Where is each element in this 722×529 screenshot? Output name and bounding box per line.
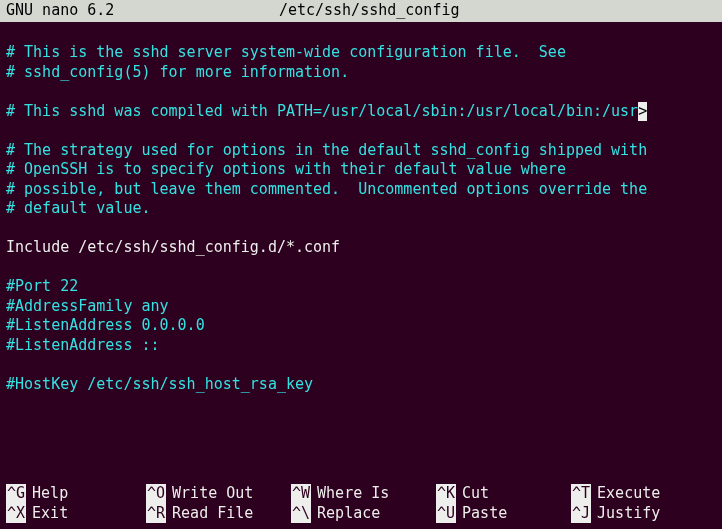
shortcut-key: ^\ [291,504,311,524]
shortcut-key: ^J [571,504,591,524]
comment-text: # default value. [6,199,151,217]
line-overflow-indicator: > [638,102,647,122]
editor-line[interactable]: # The strategy used for options in the d… [6,141,716,161]
comment-text: #AddressFamily any [6,297,169,315]
comment-text: #ListenAddress 0.0.0.0 [6,316,205,334]
comment-text: # This is the sshd server system-wide co… [6,43,566,61]
shortcut-label: Exit [32,504,68,524]
editor-line[interactable]: #AddressFamily any [6,297,716,317]
shortcut-label: Write Out [172,484,253,504]
shortcut-label: Paste [462,504,507,524]
editor-line[interactable] [6,121,716,141]
shortcut-paste[interactable]: ^UPaste [436,504,571,524]
editor-line[interactable]: Include /etc/ssh/sshd_config.d/*.conf [6,238,716,258]
shortcut-key: ^O [146,484,166,504]
comment-text: # This sshd was compiled with PATH=/usr/… [6,102,638,120]
shortcut-key: ^G [6,484,26,504]
comment-text: # OpenSSH is to specify options with the… [6,160,566,178]
shortcut-write-out[interactable]: ^OWrite Out [146,484,291,504]
filename: /etc/ssh/sshd_config [122,1,716,21]
editor-line[interactable]: # default value. [6,199,716,219]
editor-line[interactable]: # This is the sshd server system-wide co… [6,43,716,63]
shortcut-help[interactable]: ^GHelp [6,484,146,504]
comment-text: #ListenAddress :: [6,336,160,354]
shortcut-row-1: ^GHelp^OWrite Out^WWhere Is^KCut^TExecut… [6,484,716,504]
editor-line[interactable]: #HostKey /etc/ssh/ssh_host_rsa_key [6,375,716,395]
shortcut-read-file[interactable]: ^RRead File [146,504,291,524]
comment-text: # sshd_config(5) for more information. [6,63,349,81]
editor-line[interactable]: #Port 22 [6,277,716,297]
shortcut-bar: ^GHelp^OWrite Out^WWhere Is^KCut^TExecut… [0,484,722,523]
comment-text: # possible, but leave them commented. Un… [6,180,647,198]
editor-line[interactable] [6,219,716,239]
editor-line[interactable]: # possible, but leave them commented. Un… [6,180,716,200]
shortcut-row-2: ^XExit^RRead File^\Replace^UPaste^JJusti… [6,504,716,524]
shortcut-justify[interactable]: ^JJustify [571,504,706,524]
shortcut-key: ^X [6,504,26,524]
shortcut-label: Help [32,484,68,504]
shortcut-replace[interactable]: ^\Replace [291,504,436,524]
app-name: GNU nano 6.2 [6,1,122,21]
shortcut-where-is[interactable]: ^WWhere Is [291,484,436,504]
editor-line[interactable] [6,355,716,375]
shortcut-exit[interactable]: ^XExit [6,504,146,524]
editor-line[interactable]: # This sshd was compiled with PATH=/usr/… [6,102,716,122]
shortcut-key: ^R [146,504,166,524]
shortcut-label: Replace [317,504,380,524]
editor-line[interactable] [6,258,716,278]
editor-line[interactable] [6,82,716,102]
shortcut-key: ^K [436,484,456,504]
shortcut-label: Justify [597,504,660,524]
shortcut-key: ^T [571,484,591,504]
comment-text: #HostKey /etc/ssh/ssh_host_rsa_key [6,375,313,393]
config-text: Include /etc/ssh/sshd_config.d/*.conf [6,238,340,256]
shortcut-label: Read File [172,504,253,524]
shortcut-cut[interactable]: ^KCut [436,484,571,504]
shortcut-label: Where Is [317,484,389,504]
shortcut-label: Cut [462,484,489,504]
shortcut-key: ^W [291,484,311,504]
shortcut-label: Execute [597,484,660,504]
editor-line[interactable]: # sshd_config(5) for more information. [6,63,716,83]
comment-text: # The strategy used for options in the d… [6,141,647,159]
editor-area[interactable]: # This is the sshd server system-wide co… [0,22,722,395]
shortcut-key: ^U [436,504,456,524]
editor-line[interactable]: #ListenAddress 0.0.0.0 [6,316,716,336]
shortcut-execute[interactable]: ^TExecute [571,484,706,504]
editor-line[interactable] [6,24,716,44]
editor-line[interactable]: # OpenSSH is to specify options with the… [6,160,716,180]
titlebar: GNU nano 6.2 /etc/ssh/sshd_config [0,0,722,22]
editor-line[interactable]: #ListenAddress :: [6,336,716,356]
comment-text: #Port 22 [6,277,78,295]
